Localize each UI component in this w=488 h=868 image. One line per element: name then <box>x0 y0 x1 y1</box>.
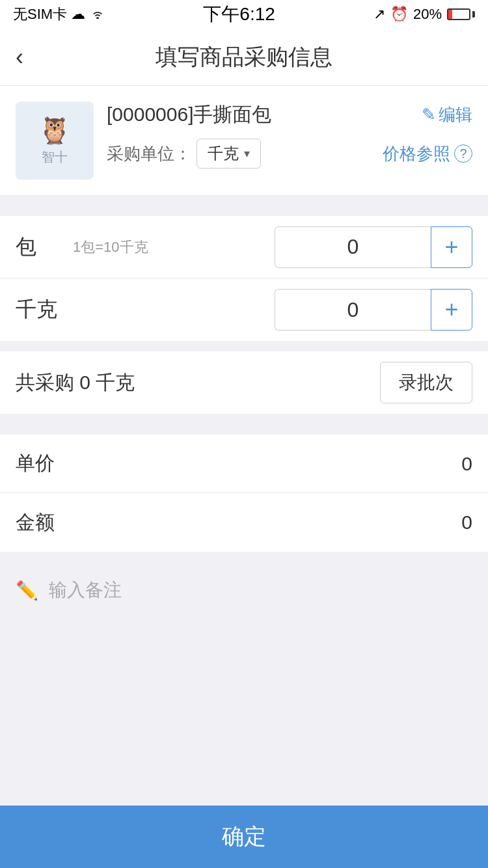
price-row-unit: 单价 0 <box>0 435 488 493</box>
location-icon: ↗ <box>373 6 385 23</box>
divider-2 <box>0 341 488 351</box>
unit-value: 千克 <box>208 143 239 164</box>
battery-percent: 20% <box>413 6 442 23</box>
price-ref-button[interactable]: 价格参照 ? <box>383 142 472 165</box>
nav-bar: ‹ 填写商品采购信息 <box>0 29 488 86</box>
bao-sublabel: 1包=10千克 <box>73 237 275 257</box>
confirm-label: 确定 <box>222 822 266 852</box>
wifi-icon <box>90 6 105 23</box>
status-left: 无SIM卡 ☁ <box>13 5 105 24</box>
bao-plus-button[interactable]: + <box>431 226 472 268</box>
edit-icon: ✎ <box>422 105 436 125</box>
unit-label: 采购单位： <box>107 142 191 165</box>
kg-input-wrap: 0 + <box>275 289 472 331</box>
product-thumbnail: 🦉 智十 <box>16 102 94 180</box>
input-row-kg: 千克 0 + <box>0 278 488 341</box>
edit-button[interactable]: ✎ 编辑 <box>422 103 472 126</box>
summary-text: 共采购 0 千克 <box>16 370 135 396</box>
confirm-bar[interactable]: 确定 <box>0 806 488 868</box>
unit-price-value: 0 <box>461 453 472 475</box>
bao-input[interactable]: 0 <box>275 226 431 268</box>
note-section[interactable]: ✏️ 输入备注 <box>0 562 488 618</box>
unit-select[interactable]: 千克 ▾ <box>197 139 261 169</box>
alarm-icon: ⏰ <box>390 6 408 23</box>
amount-value: 0 <box>461 511 472 534</box>
dropdown-arrow-icon: ▾ <box>244 146 250 161</box>
kg-plus-button[interactable]: + <box>431 289 472 331</box>
bao-label: 包 <box>16 233 68 262</box>
status-right: ↗ ⏰ 20% <box>373 6 475 23</box>
price-row-amount: 金额 0 <box>0 493 488 552</box>
bottom-spacer <box>0 618 488 800</box>
status-time: 下午6:12 <box>203 2 275 27</box>
status-bar: 无SIM卡 ☁ 下午6:12 ↗ ⏰ 20% <box>0 0 488 29</box>
kg-label: 千克 <box>16 295 68 324</box>
product-name-row: [0000006]手撕面包 ✎ 编辑 <box>107 102 472 128</box>
price-ref-label: 价格参照 <box>383 142 450 165</box>
bao-input-wrap: 0 + <box>275 226 472 268</box>
product-name: [0000006]手撕面包 <box>107 102 271 128</box>
input-row-bao: 包 1包=10千克 0 + <box>0 216 488 278</box>
pencil-icon: ✏️ <box>16 580 38 601</box>
page-title: 填写商品采购信息 <box>156 42 332 72</box>
back-button[interactable]: ‹ <box>16 44 23 71</box>
unit-price-label: 单价 <box>16 450 55 477</box>
input-section: 包 1包=10千克 0 + 千克 0 + <box>0 216 488 341</box>
amount-label: 金额 <box>16 509 55 536</box>
product-card: 🦉 智十 [0000006]手撕面包 ✎ 编辑 采购单位： 千克 ▾ 价格参照 <box>0 86 488 195</box>
divider-3 <box>0 424 488 435</box>
summary-section: 共采购 0 千克 录批次 <box>0 351 488 414</box>
note-placeholder: 输入备注 <box>49 578 122 603</box>
no-sim-label: 无SIM卡 ☁ <box>13 5 85 24</box>
kg-input[interactable]: 0 <box>275 289 431 331</box>
product-info: [0000006]手撕面包 ✎ 编辑 采购单位： 千克 ▾ 价格参照 ? <box>107 102 472 169</box>
batch-button[interactable]: 录批次 <box>380 362 472 403</box>
product-thumb-owl-icon: 🦉 <box>38 115 71 146</box>
price-ref-help-icon: ? <box>454 144 472 163</box>
product-thumb-label: 智十 <box>42 148 68 166</box>
product-unit-row: 采购单位： 千克 ▾ 价格参照 ? <box>107 139 472 169</box>
battery-icon <box>447 8 475 20</box>
price-section: 单价 0 金额 0 <box>0 435 488 552</box>
divider-1 <box>0 206 488 216</box>
